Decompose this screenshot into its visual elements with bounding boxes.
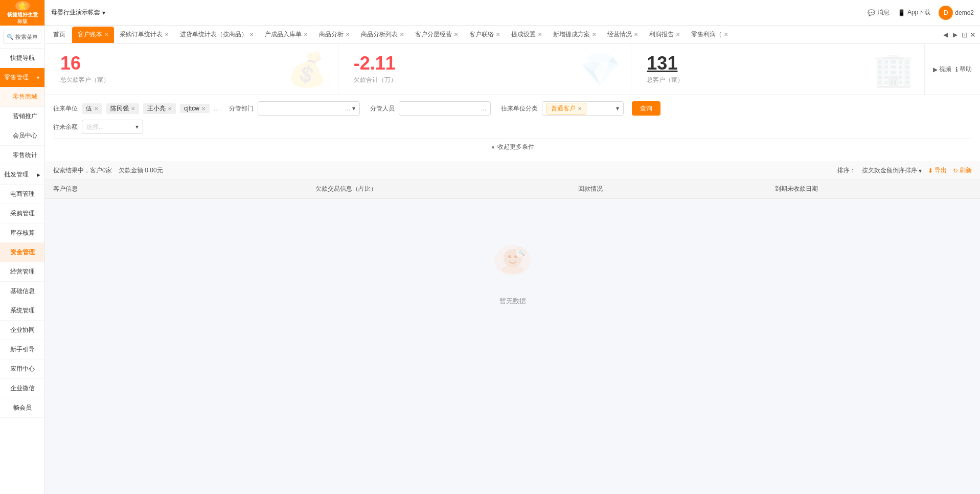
tab-close-icon[interactable]: ✕ bbox=[676, 32, 680, 37]
tab-customer-account[interactable]: 客户账本 ✕ bbox=[72, 27, 114, 43]
tab-close-icon[interactable]: ✕ bbox=[104, 32, 108, 37]
tab-next-icon[interactable]: ▶ bbox=[951, 30, 960, 39]
category-tag-close[interactable]: ✕ bbox=[578, 106, 582, 111]
tab-profit-report[interactable]: 利润报告 ✕ bbox=[644, 27, 686, 43]
top-header: 母婴行业演示帐套 ▾ 💬 消息 📱 App下载 D demo2 bbox=[45, 0, 980, 26]
export-label: 导出 bbox=[935, 166, 947, 175]
header-right: 💬 消息 📱 App下载 D demo2 bbox=[868, 6, 974, 20]
tab-import-stats[interactable]: 进货单统计表（按商品） ✕ bbox=[174, 27, 259, 43]
tab-product-storage[interactable]: 产成品入库单 ✕ bbox=[259, 27, 313, 43]
tab-product-analysis[interactable]: 商品分析 ✕ bbox=[313, 27, 355, 43]
tab-prev-icon[interactable]: ◀ bbox=[941, 30, 950, 39]
tab-close-icon[interactable]: ✕ bbox=[346, 32, 350, 37]
tab-retail-profit[interactable]: 零售利润（ ✕ bbox=[686, 27, 734, 43]
sidebar-item-basic-info[interactable]: 基础信息 bbox=[0, 282, 44, 301]
tab-close-icon[interactable]: ✕ bbox=[634, 32, 638, 37]
tab-close-icon[interactable]: ✕ bbox=[538, 32, 542, 37]
balance-select[interactable]: 选择... ▾ bbox=[82, 120, 143, 134]
sidebar-item-label: 经营管理 bbox=[10, 268, 35, 275]
sidebar-item-enterprise-wechat[interactable]: 企业微信 bbox=[0, 379, 44, 398]
department-label: 分管部门 bbox=[229, 104, 254, 113]
department-select[interactable]: ... ▾ bbox=[258, 101, 360, 116]
sidebar-item-enterprise-coop[interactable]: 企业协同 bbox=[0, 321, 44, 340]
empty-icon: 🔍 bbox=[492, 240, 533, 290]
sidebar-item-inventory[interactable]: 库存核算 bbox=[0, 223, 44, 243]
query-button[interactable]: 查询 bbox=[632, 101, 660, 116]
category-tag[interactable]: 普通客户 ✕ bbox=[546, 103, 586, 115]
tab-close-icon[interactable]: ✕ bbox=[724, 32, 728, 37]
sidebar-item-app-center[interactable]: 应用中心 bbox=[0, 360, 44, 379]
result-amount: 欠款金额 0.00元 bbox=[119, 167, 163, 174]
sidebar-item-label: 零售商城 bbox=[13, 93, 37, 100]
tab-restore-icon[interactable]: ⊡ bbox=[962, 31, 968, 39]
store-selector[interactable]: 母婴行业演示帐套 ▾ bbox=[51, 8, 105, 17]
tab-product-analysis-list[interactable]: 商品分析列表 ✕ bbox=[355, 27, 409, 43]
filter-area: 往来单位 伍 ✕ 陈民强 ✕ 王小亮 ✕ cjttcw ✕ ... bbox=[45, 95, 980, 162]
sidebar-item-retail-stats[interactable]: 零售统计 bbox=[0, 146, 44, 165]
tab-close-icon[interactable]: ✕ bbox=[304, 32, 308, 37]
sidebar-item-new-guide[interactable]: 新手引导 bbox=[0, 340, 44, 360]
tab-close-all-icon[interactable]: ✕ bbox=[970, 31, 976, 39]
sidebar-item-operation[interactable]: 经营管理 bbox=[0, 262, 44, 282]
more-tags-indicator[interactable]: ... bbox=[214, 105, 219, 112]
sidebar-item-ecommerce[interactable]: 电商管理 bbox=[0, 185, 44, 204]
tag-close-wu[interactable]: ✕ bbox=[94, 106, 98, 111]
sort-button[interactable]: 按欠款金额倒序排序 ▾ bbox=[862, 166, 922, 175]
tag-close-chen[interactable]: ✕ bbox=[131, 106, 135, 111]
balance-placeholder: 选择... bbox=[86, 123, 104, 131]
stat-number-customers: 16 bbox=[60, 54, 323, 73]
video-help-button[interactable]: ▶ 视频 bbox=[933, 65, 951, 74]
sidebar-item-retail[interactable]: 零售管理 ▼ bbox=[0, 68, 44, 87]
balance-label: 往来余额 bbox=[53, 123, 78, 131]
tab-operation[interactable]: 经营情况 ✕ bbox=[602, 27, 644, 43]
tab-close-icon[interactable]: ✕ bbox=[165, 32, 169, 37]
sidebar-item-retail-mall[interactable]: 零售商城 bbox=[0, 87, 44, 107]
tag-close-wang[interactable]: ✕ bbox=[168, 106, 172, 111]
tab-close-icon[interactable]: ✕ bbox=[592, 32, 596, 37]
user-menu[interactable]: D demo2 bbox=[939, 6, 974, 20]
sidebar-item-marketing[interactable]: 营销推广 bbox=[0, 107, 44, 126]
person-select[interactable]: ... bbox=[399, 101, 491, 116]
help-button[interactable]: ℹ 帮助 bbox=[955, 65, 972, 74]
tab-close-icon[interactable]: ✕ bbox=[400, 32, 404, 37]
unit-tag-wu[interactable]: 伍 ✕ bbox=[82, 103, 102, 114]
refresh-button[interactable]: ↻ 刷新 bbox=[953, 166, 972, 175]
tab-improve-settings[interactable]: 提成设置 ✕ bbox=[506, 27, 548, 43]
message-button[interactable]: 💬 消息 bbox=[868, 8, 890, 17]
tab-close-icon[interactable]: ✕ bbox=[249, 32, 254, 37]
page-content: 16 总欠款客户（家） 💰 -2.11 欠款合计（万） 💎 131 总客户（家）… bbox=[45, 44, 980, 494]
unit-tag-chen[interactable]: 陈民强 ✕ bbox=[106, 103, 139, 114]
tab-customer-tier[interactable]: 客户分层经营 ✕ bbox=[409, 27, 464, 43]
category-select[interactable]: 普通客户 ✕ ▾ bbox=[542, 101, 624, 116]
sidebar-item-member[interactable]: 会员中心 bbox=[0, 126, 44, 146]
unit-tag-cj[interactable]: cjttcw ✕ bbox=[180, 104, 210, 113]
tag-text: 普通客户 bbox=[551, 104, 576, 113]
search-menu-button[interactable]: 🔍 搜索菜单 bbox=[3, 30, 41, 44]
result-text: 搜索结果中，客户0家 bbox=[53, 167, 112, 174]
sidebar-item-vip-member[interactable]: 畅会员 bbox=[0, 398, 44, 418]
tab-customer-contact[interactable]: 客户联络 ✕ bbox=[464, 27, 506, 43]
tab-label: 采购订单统计表 bbox=[120, 30, 163, 39]
unit-tag-wang[interactable]: 王小亮 ✕ bbox=[143, 103, 176, 114]
col-header-due-date: 到期未收款日期 bbox=[775, 185, 972, 193]
tab-new-improve[interactable]: 新增提成方案 ✕ bbox=[548, 27, 602, 43]
user-name: demo2 bbox=[955, 9, 974, 16]
search-menu-label: 搜索菜单 bbox=[15, 33, 38, 41]
chevron-down-icon: ▾ bbox=[919, 167, 922, 174]
sidebar-item-finance[interactable]: 资金管理 bbox=[0, 243, 44, 262]
sidebar-item-wholesale[interactable]: 批发管理 ▶ bbox=[0, 165, 44, 185]
sidebar-item-system[interactable]: 系统管理 bbox=[0, 301, 44, 321]
tab-close-icon[interactable]: ✕ bbox=[454, 32, 458, 37]
tab-purchase-order[interactable]: 采购订单统计表 ✕ bbox=[114, 27, 174, 43]
tab-home[interactable]: 首页 bbox=[47, 26, 72, 43]
collapse-button[interactable]: ∧ 收起更多条件 bbox=[487, 141, 538, 153]
tab-label: 利润报告 bbox=[649, 30, 674, 39]
export-button[interactable]: ⬇ 导出 bbox=[928, 166, 947, 175]
sidebar-item-quick-nav[interactable]: 快捷导航 bbox=[0, 49, 44, 68]
stat-total-debt-customers: 16 总欠款客户（家） 💰 bbox=[45, 44, 338, 95]
tag-close-cj[interactable]: ✕ bbox=[201, 106, 206, 111]
app-download-button[interactable]: 📱 App下载 bbox=[898, 8, 930, 17]
tab-close-icon[interactable]: ✕ bbox=[496, 32, 500, 37]
col-header-payment: 回款情况 bbox=[578, 185, 775, 193]
sidebar-item-purchase[interactable]: 采购管理 bbox=[0, 204, 44, 223]
